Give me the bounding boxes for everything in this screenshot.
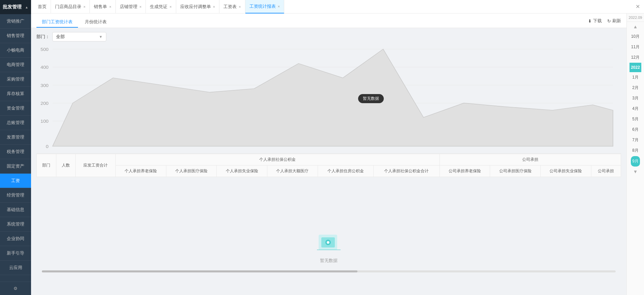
filter-bar: 部门： 全部 ▼ [31,28,626,46]
main: 首页门店商品目录×销售单×店铺管理×生成凭证×应收应付调整单×工资表×工资统计报… [31,0,644,295]
sidebar-item-总账管理[interactable]: 总账管理 [0,116,31,130]
tab-close-icon[interactable]: × [169,5,171,9]
date-item-3月[interactable]: 3月 [629,93,641,104]
empty-state-icon [315,228,342,255]
sub-tab-月份统计表[interactable]: 月份统计表 [79,17,112,28]
tab-close-icon[interactable]: × [139,5,141,9]
tab-生成凭证[interactable]: 生成凭证× [146,0,176,13]
sidebar-item-小畅电商[interactable]: 小畅电商 [0,43,31,58]
date-item-5月[interactable]: 5月 [629,114,641,124]
tab-label: 工资表 [223,4,237,10]
horizontal-scrollbar-thumb[interactable] [42,270,357,272]
empty-state-text: 暂无数据 [320,258,338,264]
sidebar-header-label: 批发管理 [3,4,22,10]
download-button[interactable]: ⬇ 下载 [588,18,602,24]
date-sidebar: 2022.09 ▲ 10月11月12月20221月2月3月4月5月6月7月8月9… [626,13,644,295]
tab-店铺管理[interactable]: 店铺管理× [116,0,146,13]
tab-首页[interactable]: 首页 [34,0,51,13]
tab-close-icon[interactable]: × [83,5,85,9]
date-item-7月[interactable]: 7月 [629,135,641,145]
horizontal-scrollbar[interactable] [42,270,616,272]
col-company-unemployment: 公司承担失业保险 [540,166,591,177]
sidebar-item-销售管理[interactable]: 销售管理 [0,29,31,43]
sidebar-item-税务管理[interactable]: 税务管理 [0,145,31,159]
refresh-button[interactable]: ↻ 刷新 [607,18,621,24]
chart-container: 500 400 300 200 100 0 [31,46,626,295]
date-items-container: 10月11月12月20221月2月3月4月5月6月7月8月9月 [629,31,641,167]
sidebar-item-电商管理[interactable]: 电商管理 [0,58,31,72]
chart-wrapper: 500 400 300 200 100 0 [36,46,621,153]
date-nav-up[interactable]: ▲ [627,22,644,31]
sidebar-item-系统管理[interactable]: 系统管理 [0,217,31,232]
sidebar-item-云应用[interactable]: 云应用 [0,261,31,275]
tab-label: 工资统计报表 [249,3,276,9]
date-item-9月[interactable]: 9月 [631,156,640,167]
close-all-tabs-button[interactable]: ✕ [634,3,641,10]
svg-text:0: 0 [46,144,49,149]
svg-point-16 [327,241,329,244]
col-department: 部门 [37,154,56,177]
date-item-2022[interactable]: 2022 [629,63,641,72]
col-group-company: 公司承担 [439,154,621,166]
date-item-11月[interactable]: 11月 [629,42,641,52]
date-item-6月[interactable]: 6月 [629,124,641,135]
sidebar-item-资金管理[interactable]: 资金管理 [0,101,31,116]
sidebar-item-新手引导[interactable]: 新手引导 [0,246,31,261]
sidebar-item-工资[interactable]: 工资 [0,174,31,188]
refresh-icon: ↻ [607,19,611,24]
sidebar-item-采购管理[interactable]: 采购管理 [0,72,31,87]
svg-text:200: 200 [41,101,49,106]
tab-label: 生成凭证 [150,4,167,10]
toolbar-actions: ⬇ 下载 ↻ 刷新 [588,18,621,27]
tab-close-icon[interactable]: × [278,4,280,8]
sidebar-item-库存核算[interactable]: 库存核算 [0,87,31,101]
date-item-10月[interactable]: 10月 [629,31,641,42]
table-scroll[interactable]: 部门 人数 应发工资合计 个人承担社保公积金 公司承担 个人承担养老保险 个人承… [36,154,621,221]
sidebar-item-营销推广[interactable]: 营销推广 [0,14,31,29]
date-item-2月[interactable]: 2月 [629,83,641,93]
tab-门店商品目录[interactable]: 门店商品目录× [51,0,90,13]
sub-tab-bar: 部门工资统计表月份统计表 ⬇ 下载 ↻ 刷新 [31,13,626,28]
sidebar-header[interactable]: 批发管理 ▲ [0,0,31,14]
date-item-12月[interactable]: 12月 [629,52,641,63]
sub-tab-left: 部门工资统计表月份统计表 [36,17,112,28]
tab-工资表[interactable]: 工资表× [219,0,245,13]
chart-svg: 500 400 300 200 100 0 [36,46,621,153]
tab-label: 首页 [38,4,47,10]
svg-text:400: 400 [41,65,49,70]
chevron-down-icon: ▼ [99,35,103,39]
date-nav-down[interactable]: ▼ [627,167,644,176]
sidebar-item-发票管理[interactable]: 发票管理 [0,130,31,145]
tab-销售单[interactable]: 销售单× [90,0,115,13]
tab-应收应付调整单[interactable]: 应收应付调整单× [176,0,219,13]
date-item-4月[interactable]: 4月 [629,104,641,114]
tab-工资统计报表[interactable]: 工资统计报表× [245,0,284,13]
tab-close-icon[interactable]: × [239,5,241,9]
department-filter-label: 部门： [36,34,50,40]
svg-marker-12 [53,49,613,146]
col-personal-unemployment: 个人承担失业保险 [217,166,267,177]
sidebar-item-固定资产[interactable]: 固定资产 [0,159,31,174]
tab-label: 应收应付调整单 [180,4,211,10]
col-company-pension: 公司承担养老保险 [439,166,490,177]
sidebar-item-基础信息[interactable]: 基础信息 [0,203,31,217]
date-item-1月[interactable]: 1月 [629,72,641,83]
svg-text:500: 500 [41,47,49,52]
sidebar-item-经营管理[interactable]: 经营管理 [0,188,31,203]
refresh-label: 刷新 [612,18,621,24]
sidebar-footer-settings[interactable]: ⚙ [0,282,31,295]
sidebar-items: 营销推广销售管理小畅电商电商管理采购管理库存核算资金管理总账管理发票管理税务管理… [0,14,31,275]
sidebar: 批发管理 ▲ 营销推广销售管理小畅电商电商管理采购管理库存核算资金管理总账管理发… [0,0,31,295]
department-filter-value: 全部 [56,34,65,40]
department-filter-select[interactable]: 全部 ▼ [52,32,106,41]
tab-close-icon[interactable]: × [213,5,215,9]
content-with-sidebar: 部门工资统计表月份统计表 ⬇ 下载 ↻ 刷新 部门： 全部 ▼ [31,13,644,295]
sidebar-header-arrow: ▲ [25,5,28,9]
date-item-8月[interactable]: 8月 [629,145,641,156]
tab-label: 销售单 [94,4,107,10]
tab-close-icon[interactable]: × [109,5,111,9]
download-icon: ⬇ [588,19,592,24]
tab-bar-actions: ✕ [634,3,641,10]
sub-tab-部门工资统计表[interactable]: 部门工资统计表 [36,17,78,28]
sidebar-item-企业协同[interactable]: 企业协同 [0,232,31,246]
